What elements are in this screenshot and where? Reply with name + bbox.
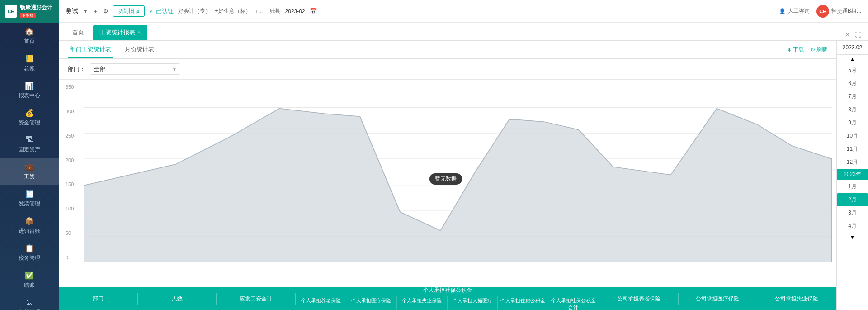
month-11-label: 11月: [847, 146, 858, 152]
col-personal-group: 个人承担社保公积金 个人承担养老保险 个人承担医疗保险 个人承担失业保险 个人承…: [296, 287, 599, 310]
date-month-12[interactable]: 12月: [837, 156, 868, 169]
date-month-6[interactable]: 6月: [837, 77, 868, 90]
date-header: 2023.02: [837, 41, 868, 55]
date-month-10[interactable]: 10月: [837, 129, 868, 143]
download-btn[interactable]: ⬇ 下载: [787, 46, 804, 53]
tabbar: 首页 工资统计报表 × ✕ ⛶: [59, 23, 868, 41]
personal-group-header: 个人承担社保公积金: [296, 287, 599, 296]
chart-tooltip: 暂无数据: [429, 173, 462, 185]
sidebar-item-funds[interactable]: 💰 资金管理: [0, 104, 59, 131]
date-month-11[interactable]: 11月: [837, 143, 868, 156]
archive-icon: 🗂: [26, 298, 33, 306]
month-5-label: 5月: [848, 67, 857, 73]
dept-select-wrapper: 全部 财务部 销售部 行政部 ▼: [90, 63, 180, 75]
sub-tabbar: 部门工资统计表 月份统计表 ⬇ 下载 ↻ 刷新: [59, 41, 836, 59]
housing-label: 个人承担住房公积金: [500, 298, 545, 303]
date-month-4[interactable]: 4月: [837, 219, 868, 233]
tab-salary-report[interactable]: 工资统计报表 ×: [93, 25, 147, 40]
chart-container: 350 300 250 200 150 100 50 0: [59, 80, 836, 287]
home-icon: 🏠: [25, 27, 34, 36]
calendar-icon[interactable]: 📅: [310, 8, 317, 14]
sidebar-label-assets: 固定资产: [19, 146, 40, 153]
y-axis-350: 350: [66, 84, 81, 90]
sidebar-label-ledger: 总账: [24, 65, 35, 72]
sidebar-item-reports[interactable]: 📊 报表中心: [0, 77, 59, 104]
tax-icon: 📋: [25, 244, 34, 253]
topbar-dropdown[interactable]: ▼: [83, 8, 88, 14]
dept-select[interactable]: 全部 财务部 销售部 行政部: [90, 63, 180, 75]
date-month-9[interactable]: 9月: [837, 116, 868, 129]
unemployment-label: 个人承担失业保险: [402, 298, 442, 303]
chart-area: [84, 109, 832, 262]
topbar-add-icon[interactable]: ＋: [93, 7, 99, 15]
sub-tab-monthly[interactable]: 月份统计表: [123, 42, 156, 58]
personal-group-cells: 个人承担养老保险 个人承担医疗保险 个人承担失业保险 个人承担大额医疗 个人承担: [296, 296, 599, 310]
sidebar-item-settle[interactable]: ✅ 结账: [0, 267, 59, 294]
date-month-7[interactable]: 7月: [837, 90, 868, 103]
date-month-8[interactable]: 8月: [837, 103, 868, 116]
refresh-icon: ↻: [811, 47, 815, 53]
col-company-unemployment: 公司承担失业保险: [757, 293, 836, 305]
date-month-2-active[interactable]: 2月: [837, 193, 868, 206]
sub-tab-dept[interactable]: 部门工资统计表: [68, 42, 113, 58]
invoice-icon: 🧾: [25, 190, 34, 198]
refresh-btn[interactable]: ↻ 刷新: [811, 46, 827, 53]
sidebar-item-sales[interactable]: 📦 进销台账: [0, 212, 59, 239]
month-1-label: 1月: [848, 183, 857, 190]
sidebar-item-invoice[interactable]: 🧾 发票管理: [0, 185, 59, 212]
date-nav-up[interactable]: ▲: [837, 55, 868, 64]
sidebar-label-archive: 归档管理: [19, 308, 40, 310]
company-medical-label: 公司承担医疗保险: [696, 296, 739, 302]
help-label: 人工咨询: [788, 7, 810, 15]
sidebar-item-home[interactable]: 🏠 首页: [0, 23, 59, 50]
help-icon: 👤: [779, 8, 786, 14]
chevron-up-icon[interactable]: ▲: [850, 56, 855, 62]
sidebar-item-salary[interactable]: 💼 工资: [0, 158, 59, 185]
sidebar-label-settle: 结账: [24, 281, 35, 289]
date-month-1[interactable]: 1月: [837, 180, 868, 193]
tab-home-label: 首页: [72, 29, 84, 36]
reports-icon: 📊: [25, 81, 34, 90]
month-2-label: 2月: [848, 196, 857, 203]
month-10-label: 10月: [847, 133, 858, 139]
chevron-down-icon[interactable]: ▼: [850, 234, 855, 240]
sidebar-item-archive[interactable]: 🗂 归档管理: [0, 294, 59, 310]
sidebar-item-tax[interactable]: 📋 税务管理: [0, 239, 59, 267]
company-unemployment-label: 公司承担失业保险: [775, 296, 818, 302]
ledger-icon: 📒: [25, 54, 34, 63]
topbar-gear-icon[interactable]: ⚙: [103, 8, 108, 14]
panel-close-icon[interactable]: ✕: [844, 30, 850, 39]
month-12-label: 12月: [847, 159, 858, 165]
help-area[interactable]: 👤 人工咨询: [779, 7, 810, 15]
sidebar: CE 畅康通好会计 专业版 🏠 首页 📒 总账 📊 报表中心 💰 资金管理 🏗 …: [0, 0, 59, 310]
col-housing: 个人承担住房公积金: [498, 296, 548, 310]
period-value: 2023-02: [285, 8, 305, 14]
sidebar-label-invoice: 发票管理: [19, 200, 40, 208]
sidebar-label-funds: 资金管理: [19, 119, 40, 127]
date-year-2023[interactable]: 2023年: [837, 169, 868, 180]
table-footer: 部门 人数 应发工资合计 个人承担社保公积金 个人承担养老保险: [59, 287, 836, 310]
tab-home[interactable]: 首页: [66, 25, 91, 40]
logo-main-text: 畅康通好会计: [20, 4, 52, 11]
sub-tab-actions: ⬇ 下载 ↻ 刷新: [787, 46, 827, 53]
user-area[interactable]: CE 轻捷通B组...: [816, 5, 861, 18]
sidebar-item-ledger[interactable]: 📒 总账: [0, 50, 59, 77]
col-unemployment: 个人承担失业保险: [397, 296, 448, 310]
sidebar-item-assets[interactable]: 🏗 固定资产: [0, 131, 59, 158]
y-axis-200: 200: [66, 157, 81, 163]
date-month-3[interactable]: 3月: [837, 206, 868, 219]
download-icon: ⬇: [787, 47, 792, 53]
col-major-medical: 个人承担大额医疗: [448, 296, 498, 310]
date-nav-down[interactable]: ▼: [837, 233, 868, 242]
tab-close-icon[interactable]: ×: [137, 29, 141, 36]
col-dept-label: 部门: [93, 296, 104, 302]
date-month-5[interactable]: 5月: [837, 64, 868, 77]
user-label: 轻捷通B组...: [831, 7, 861, 15]
col-company-pension: 公司承担养老保险: [599, 293, 679, 305]
funds-icon: 💰: [25, 109, 34, 117]
topbar: 测试 ▼ ＋ ⚙ 切到旧版 ✓ 已认证 好会计（专） +好生意（标） +... …: [59, 0, 868, 23]
col-total-salary: 应发工资合计: [217, 293, 296, 305]
col-personal-total: 个人承担社保公积金合计: [548, 296, 599, 310]
panel-expand-icon[interactable]: ⛶: [855, 31, 861, 38]
switch-old-btn[interactable]: 切到旧版: [113, 5, 145, 17]
